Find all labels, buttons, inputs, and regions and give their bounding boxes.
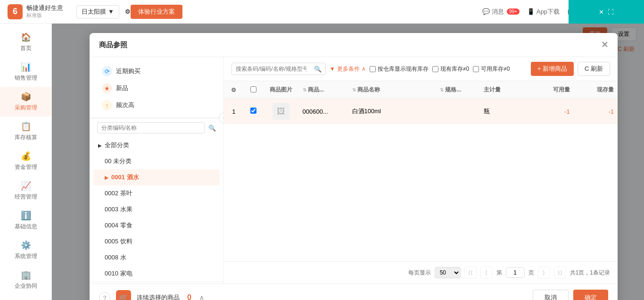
trial-button[interactable]: 体验行业方案 [131, 5, 182, 19]
more-filter-btn[interactable]: ▼ 更多条件 ∧ [330, 65, 366, 73]
cat-search-icon[interactable]: 🔍 [208, 125, 216, 132]
cat-item-3[interactable]: 0003 水果 [93, 201, 220, 217]
sidebar-item-operation[interactable]: 📈 经营管理 [0, 176, 51, 206]
product-search-box[interactable]: 🔍 [231, 63, 326, 75]
expand-icon[interactable]: ⛶ [608, 8, 614, 16]
cat-item-4[interactable]: 0004 零食 [93, 217, 220, 233]
product-toolbar: 🔍 ▼ 更多条件 ∧ 按仓库显示现有库存 [224, 57, 618, 81]
col-code: ⇅ 商品... [299, 81, 348, 99]
logo-area: 6 畅捷通好生意 标准版 [8, 4, 69, 19]
total-info: 共1页，1条记录 [570, 269, 610, 277]
table-row[interactable]: 1 🖼 000600... 白酒100ml [224, 99, 618, 124]
mobile-icon: 📱 [527, 8, 535, 15]
modal-footer: ? 🛒 连续选择的商品 0 ∧ 取消 确定 [90, 283, 618, 300]
col-num: ⚙ [224, 81, 244, 99]
sidebar-item-guide[interactable]: 🔔 新手引导 [0, 295, 51, 300]
prev-page-btn[interactable]: ⟨ [480, 267, 493, 279]
table: ⚙ 商品图片 ⇅ [224, 81, 618, 124]
first-page-btn[interactable]: ⟨⟨ [464, 267, 477, 279]
cat-item-0[interactable]: 00 未分类 [93, 153, 220, 169]
refresh-button[interactable]: C 刷新 [578, 62, 610, 76]
content-area: 查询 设置 C 刷新 商品参照 ✕ ⟳ 近期购买 [52, 24, 644, 300]
cancel-button[interactable]: 取消 [533, 290, 569, 300]
quick-link-new[interactable]: ★ 新品 [97, 80, 216, 97]
gear-btn[interactable]: ⚙ [125, 8, 131, 15]
cat-item-2[interactable]: 0002 茶叶 [93, 185, 220, 201]
product-search-input[interactable] [232, 63, 310, 75]
sort-icon-spec[interactable]: ⇅ [440, 87, 444, 92]
recent-icon: ⟳ [102, 66, 112, 76]
col-avail: 可用量 [519, 81, 574, 99]
logo-icon: 6 [8, 4, 23, 19]
checkbox-avail-not-zero[interactable]: 可用库存≠0 [473, 65, 510, 73]
arrow-active-icon: ▶ [105, 175, 108, 180]
page-number-input[interactable] [506, 267, 525, 278]
home-icon: 🏠 [21, 32, 31, 42]
cat-item-7[interactable]: 0010 家电 [93, 266, 220, 282]
help-icon[interactable]: ? [99, 292, 110, 300]
select-all-checkbox[interactable] [250, 86, 256, 92]
sidebar-item-finance[interactable]: 💰 资金管理 [0, 146, 51, 176]
sidebar-item-sales[interactable]: 📊 销售管理 [0, 57, 51, 87]
confirm-button[interactable]: 确定 [573, 290, 608, 300]
teal-area: ✕ ⛶ [569, 0, 644, 24]
col-name: ⇅ 商品名称 [348, 81, 437, 99]
cat-search-input[interactable] [97, 122, 205, 133]
next-page-btn[interactable]: ⟩ [538, 267, 550, 279]
quick-link-recent[interactable]: ⟳ 近期购买 [97, 63, 216, 80]
col-check [244, 81, 264, 99]
sidebar-item-basic[interactable]: ℹ️ 基础信息 [0, 206, 51, 235]
cart-icon[interactable]: 🛒 [116, 290, 131, 300]
quick-link-freq[interactable]: ↑ 频次高 [97, 97, 216, 114]
col-spec: ⇅ 规格... [436, 81, 480, 99]
system-icon: ⚙️ [21, 240, 31, 250]
app-download-btn[interactable]: 📱 App下载 [527, 8, 560, 16]
sidebar-item-purchase[interactable]: 📦 采购管理 [0, 87, 51, 117]
msg-badge: 99+ [507, 8, 520, 15]
continue-count: 0 [187, 293, 191, 300]
col-img: 商品图片 [264, 81, 299, 99]
product-table: ⚙ 商品图片 ⇅ [224, 81, 618, 261]
modal-body: ⟳ 近期购买 ★ 新品 ↑ 频次高 « [90, 57, 618, 283]
page-size-select[interactable]: 50 100 [435, 267, 461, 278]
new-icon: ★ [102, 83, 112, 93]
purchase-icon: 📦 [21, 92, 31, 102]
sidebar-item-inventory[interactable]: 📋 库存核算 [0, 117, 51, 146]
category-panel: ⟳ 近期购买 ★ 新品 ↑ 频次高 « [90, 57, 224, 283]
sidebar-item-system[interactable]: ⚙️ 系统管理 [0, 235, 51, 265]
modal-close-button[interactable]: ✕ [601, 40, 608, 50]
row-unit: 瓶 [480, 99, 519, 124]
row-spec [436, 99, 480, 124]
sidebar: 🏠 首页 📊 销售管理 📦 采购管理 📋 库存核算 💰 资金管理 📈 经营管理 … [0, 24, 52, 300]
chevron-down-icon: ▼ [108, 8, 114, 15]
cat-item-1[interactable]: ▶ 0001 酒水 [93, 169, 220, 185]
settings-icon[interactable]: ⚙ [231, 87, 236, 93]
logo-name: 畅捷通好生意 [26, 4, 63, 12]
row-num: 1 [224, 99, 244, 124]
sidebar-item-home[interactable]: 🏠 首页 [0, 27, 51, 57]
close-icon[interactable]: ✕ [599, 8, 604, 16]
checkbox-warehouse[interactable]: 按仓库显示现有库存 [370, 65, 429, 73]
table-header: ⚙ 商品图片 ⇅ [224, 81, 618, 99]
sidebar-label: 采购管理 [15, 104, 37, 112]
add-product-button[interactable]: + 新增商品 [531, 62, 574, 76]
sort-icon[interactable]: ⇅ [352, 87, 356, 92]
product-search-icon[interactable]: 🔍 [310, 66, 325, 73]
cat-item-5[interactable]: 0005 饮料 [93, 233, 220, 250]
collapse-up-icon[interactable]: ∧ [199, 293, 205, 300]
enterprise-icon: 🏢 [21, 270, 31, 280]
msg-btn[interactable]: 💬 消息 99+ [482, 8, 520, 16]
checkbox-stock-not-zero[interactable]: 现有库存≠0 [432, 65, 469, 73]
continue-label: 连续选择的商品 [137, 293, 180, 300]
sidebar-item-enterprise[interactable]: 🏢 企业协同 [0, 265, 51, 295]
quick-links: ⟳ 近期购买 ★ 新品 ↑ 频次高 [90, 63, 223, 117]
col-stock: 现存量 [574, 81, 618, 99]
row-checkbox[interactable] [250, 108, 256, 114]
chevron-up-icon: ∧ [362, 66, 366, 72]
sort-up-icon[interactable]: ⇅ [303, 87, 306, 92]
cat-item-6[interactable]: 0008 水 [93, 250, 220, 266]
last-page-btn[interactable]: ⟩⟩ [554, 267, 566, 279]
store-selector[interactable]: 日太阳膜 ▼ [76, 5, 119, 18]
cat-item-all[interactable]: ▶ 全部分类 [93, 137, 220, 153]
filter-icon: ▼ [330, 66, 335, 72]
